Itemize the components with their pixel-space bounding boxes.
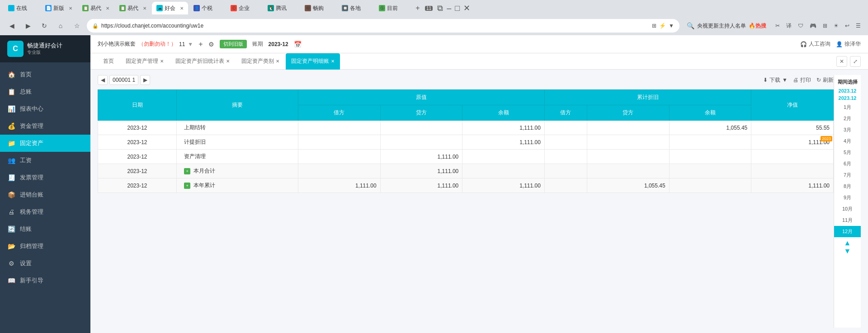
bookmark-btn[interactable]: ☆ <box>71 19 83 32</box>
user-btn[interactable]: 👤 徐泽华 <box>836 40 861 48</box>
sidebar-item-funds[interactable]: 💰 资金管理 <box>0 117 90 135</box>
period-item-8[interactable]: 8月 <box>834 181 861 192</box>
tab-tencent[interactable]: 🐧 腾讯 <box>263 2 299 14</box>
tab-close[interactable]: ✕ <box>106 6 109 11</box>
translate-tool[interactable]: 译 <box>784 21 793 31</box>
row-net-value <box>751 150 834 164</box>
tab-haokuai[interactable]: ☁ 好会 ✕ <box>152 2 188 14</box>
refresh-btn[interactable]: ↻ 刷新 <box>816 76 834 84</box>
service-btn[interactable]: 🎧 人工咨询 <box>800 40 830 48</box>
sidebar-item-general-ledger[interactable]: 📋 总账 <box>0 83 90 100</box>
sidebar-item-archive[interactable]: 📂 归档管理 <box>0 238 90 255</box>
browser-chrome: 🌐 在线 📄 新版 ✕ 📋 易代 ✕ 📋 易代 ✕ ☁ 好会 ✕ 👤 个税 Ⓒ <box>0 0 868 35</box>
menu-tool[interactable]: ☰ <box>854 22 863 30</box>
tab-gedi[interactable]: 🔲 各地 <box>337 2 373 14</box>
tab-close[interactable]: ✕ <box>143 6 146 11</box>
sidebar-item-tax[interactable]: 🖨 税务管理 <box>0 203 90 220</box>
row-date: 2023-12 <box>98 178 177 193</box>
tab-online[interactable]: 🌐 在线 <box>4 2 40 14</box>
tab-new[interactable]: 📄 新版 ✕ <box>41 2 77 14</box>
download-btn[interactable]: ⬇ 下载 ▼ <box>763 76 788 84</box>
scroll-up-btn[interactable]: ▲ <box>844 239 851 247</box>
period-item-9[interactable]: 9月 <box>834 192 861 203</box>
settings-btn[interactable]: ⚙ <box>208 41 214 48</box>
period-item-10[interactable]: 10月 <box>834 203 861 215</box>
tab-close[interactable]: ✕ <box>180 6 184 11</box>
tab-geshui[interactable]: 👤 个税 <box>189 2 225 14</box>
period-item-11[interactable]: 11月 <box>834 215 861 226</box>
period-selector: 期间选择 2023.12 2023.12 1月 2月 3月 4月 5月 6月 7… <box>834 75 861 328</box>
content-tab-home[interactable]: 首页 <box>98 53 119 70</box>
sidebar-item-guide[interactable]: 📖 新手引导 <box>0 272 90 289</box>
main-content: 刘小艳演示账套 （勿删勿动！） 11 ▼ + ⚙ 切到旧版 账期 2023-12… <box>90 35 868 333</box>
tab-close[interactable]: ✕ <box>69 6 72 11</box>
calendar-icon[interactable]: 📅 <box>294 41 302 48</box>
dropdown-btn[interactable]: ▼ <box>669 23 674 29</box>
close-btn[interactable]: ✕ <box>463 3 470 13</box>
undo-tool[interactable]: ↩ <box>843 22 851 30</box>
tab-chang[interactable]: Ⓜ 畅购 <box>300 2 336 14</box>
tab-new-btn[interactable]: + <box>411 2 424 14</box>
tab-label: 首页 <box>103 57 114 65</box>
next-page-btn[interactable]: ▶ <box>140 75 150 85</box>
tab-close-icon[interactable]: ✕ <box>226 59 230 64</box>
minimize-btn[interactable]: – <box>447 4 451 13</box>
tab-label: 固定资产明细账 <box>291 57 329 65</box>
sidebar-item-payroll[interactable]: 👥 工资 <box>0 152 90 169</box>
tab-qiye[interactable]: Ⓒ 企业 <box>226 2 262 14</box>
tab-close-icon[interactable]: ✕ <box>276 59 279 64</box>
dropdown-arrow[interactable]: ▼ <box>188 41 193 47</box>
content-tab-fa-detail[interactable]: 固定资产明细账 ✕ <box>286 53 340 70</box>
period-item-12[interactable]: 12月 <box>834 226 861 237</box>
content-tab-fa-cat[interactable]: 固定资产类别 ✕ <box>236 53 285 70</box>
content-tab-fa-mgmt[interactable]: 固定资产管理 ✕ <box>120 53 169 70</box>
sidebar-item-home[interactable]: 🏠 首页 <box>0 66 90 83</box>
sidebar-item-reports[interactable]: 📊 报表中心 <box>0 100 90 117</box>
tab-close-icon[interactable]: ✕ <box>160 59 164 64</box>
switch-version-btn[interactable]: 切到旧版 <box>220 40 247 48</box>
period-item-7[interactable]: 7月 <box>834 169 861 181</box>
print-btn[interactable]: 🖨 打印 <box>793 76 811 84</box>
content-tab-fa-depr[interactable]: 固定资产折旧统计表 ✕ <box>170 53 235 70</box>
tab-close-icon[interactable]: ✕ <box>331 59 335 64</box>
tab-close-all-btn[interactable]: ✕ <box>836 56 847 67</box>
maximize-btn[interactable]: □ <box>455 4 460 13</box>
tab-mubiao[interactable]: Ⓢ 目前 <box>374 2 410 14</box>
sun-tool[interactable]: ☀ <box>832 22 840 30</box>
shield-tool[interactable]: 🛡 <box>796 22 805 30</box>
reload-btn[interactable]: ↻ <box>38 19 51 32</box>
sidebar-item-settings[interactable]: ⚙ 设置 <box>0 255 90 272</box>
tab-favicon: 🔲 <box>342 5 348 11</box>
restore-btn[interactable]: ⧉ <box>437 4 443 13</box>
hot-search-label[interactable]: 🔥热搜 <box>749 22 766 30</box>
period-item-6[interactable]: 6月 <box>834 158 861 169</box>
refresh-icon: ↻ <box>816 77 821 83</box>
tab-label: 在线 <box>16 5 27 12</box>
grid-tool[interactable]: ⊞ <box>821 22 829 30</box>
period-item-2[interactable]: 2月 <box>834 113 861 124</box>
prev-page-btn[interactable]: ◀ <box>98 75 108 85</box>
period-item-3[interactable]: 3月 <box>834 124 861 136</box>
tab-yidai-1[interactable]: 📋 易代 ✕ <box>78 2 114 14</box>
sidebar-item-invoice[interactable]: 🧾 发票管理 <box>0 169 90 186</box>
back-btn[interactable]: ◀ <box>5 19 18 32</box>
tab-label: 新版 <box>53 5 64 12</box>
game-tool[interactable]: 🎮 <box>808 22 818 30</box>
tab-expand-btn[interactable]: ⤢ <box>850 56 861 67</box>
table-row: 2023-12 + 本年累计 1,111.00 1,111.00 1,111.0… <box>98 178 834 193</box>
tab-yidai-2[interactable]: 📋 易代 ✕ <box>115 2 151 14</box>
period-item-5[interactable]: 5月 <box>834 147 861 158</box>
period-item-4[interactable]: 4月 <box>834 136 861 147</box>
add-account-btn[interactable]: + <box>198 40 203 48</box>
tab-label: 畅购 <box>313 5 324 12</box>
row-accum-credit <box>587 121 669 135</box>
forward-btn[interactable]: ▶ <box>22 19 34 32</box>
scissors-tool[interactable]: ✂ <box>774 22 782 30</box>
address-input[interactable]: 🔒 https://cloud.chanjet.com/accounting/u… <box>87 19 679 33</box>
sidebar-item-closing[interactable]: 🔄 结账 <box>0 220 90 238</box>
period-item-1[interactable]: 1月 <box>834 102 861 113</box>
sidebar-item-fixed-assets[interactable]: 📁 固定资产 <box>0 135 90 152</box>
sidebar-item-purchase-sale[interactable]: 📦 进销台账 <box>0 186 90 203</box>
home-btn[interactable]: ⌂ <box>54 19 67 32</box>
scroll-down-btn[interactable]: ▼ <box>844 247 851 255</box>
